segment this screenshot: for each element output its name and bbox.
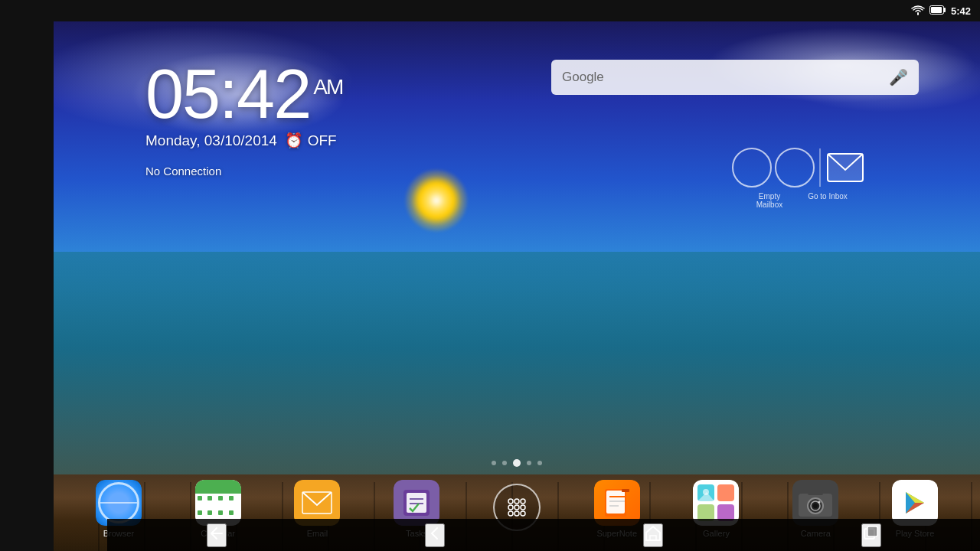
empty-mailbox-circle-1 (732, 148, 772, 187)
bottom-nav-bar (107, 519, 980, 551)
svg-rect-45 (943, 8, 946, 12)
clock-time-value: 05:42 (145, 56, 310, 132)
svg-rect-23 (717, 484, 734, 501)
svg-point-8 (521, 499, 525, 504)
svg-marker-39 (646, 527, 660, 540)
cal-header (195, 480, 241, 494)
clock-date: Monday, 03/10/2014 ⏰ OFF (145, 132, 342, 149)
empty-mailbox-circle-2 (775, 148, 815, 187)
svg-point-13 (514, 511, 519, 516)
page-dot-5[interactable] (537, 461, 542, 465)
mic-icon[interactable]: 🎤 (889, 68, 908, 86)
clock-date-value: Monday, 03/10/2014 (145, 132, 277, 148)
cal-dot (229, 496, 234, 500)
nav-bar (0, 21, 54, 551)
recent-apps-button[interactable] (861, 523, 881, 547)
status-bar: 5:42 (0, 0, 980, 21)
page-dot-3-active[interactable] (513, 459, 521, 467)
alarm-status: OFF (308, 132, 337, 148)
cal-dot (198, 510, 202, 515)
battery-icon (929, 5, 946, 17)
svg-point-11 (521, 505, 525, 510)
clock-widget: 05:42AM Monday, 03/10/2014 ⏰ OFF No Conn… (145, 60, 342, 178)
sun-decoration (406, 170, 467, 231)
svg-point-12 (508, 511, 513, 516)
water-background (54, 252, 980, 490)
page-dot-4[interactable] (527, 461, 531, 465)
wifi-icon (911, 5, 925, 18)
cal-dot (207, 496, 212, 500)
page-dot-2[interactable] (502, 461, 507, 465)
back-nav-button[interactable] (425, 523, 445, 547)
svg-rect-16 (606, 491, 625, 514)
svg-rect-29 (808, 489, 823, 495)
google-search-bar[interactable]: Google 🎤 (551, 60, 919, 95)
svg-point-14 (521, 511, 525, 516)
email-labels: Empty Mailbox Go to Inbox (750, 192, 848, 209)
svg-point-6 (508, 499, 513, 504)
svg-point-33 (818, 501, 821, 504)
weather-status: No Connection (145, 165, 221, 178)
cal-dot (218, 510, 223, 515)
email-divider (819, 148, 821, 187)
inbox-icon[interactable] (825, 148, 865, 187)
svg-point-32 (813, 504, 818, 508)
svg-rect-42 (867, 527, 877, 536)
clock-ampm: AM (313, 75, 342, 99)
svg-point-10 (514, 505, 519, 510)
cal-dot (198, 496, 202, 500)
home-screen: 05:42AM Monday, 03/10/2014 ⏰ OFF No Conn… (54, 21, 980, 551)
svg-point-9 (508, 505, 513, 510)
svg-rect-44 (931, 7, 942, 13)
email-icons-row (732, 148, 865, 187)
page-dot-1[interactable] (492, 461, 496, 465)
home-button[interactable] (643, 523, 663, 547)
email-widget: Empty Mailbox Go to Inbox (732, 148, 865, 209)
svg-rect-20 (622, 489, 629, 492)
clock-display: 05:42AM (145, 60, 342, 129)
cal-dot (218, 496, 223, 500)
back-button[interactable] (207, 523, 227, 547)
empty-mailbox-label: Empty Mailbox (750, 192, 789, 209)
go-to-inbox-label: Go to Inbox (808, 192, 848, 209)
status-time: 5:42 (951, 5, 971, 17)
search-text: Google (562, 70, 883, 85)
page-indicators (492, 459, 542, 467)
svg-point-7 (514, 499, 519, 504)
weather-info: No Connection (145, 165, 342, 178)
cal-dot (229, 510, 234, 515)
cal-dot (207, 510, 212, 515)
